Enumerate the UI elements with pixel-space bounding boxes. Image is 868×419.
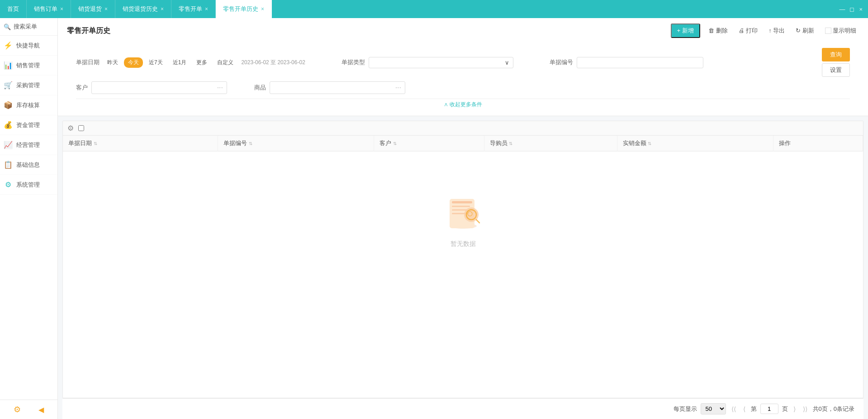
table-column-导购员[interactable]: 导购员 ⇅ [484,136,617,151]
sidebar-item-label: 系统管理 [16,181,40,189]
sidebar-icon: 📊 [4,61,13,70]
page-number-input[interactable] [760,404,778,414]
empty-state: 暂无数据 [63,151,863,284]
close-button[interactable]: × [859,6,863,13]
page-size-select[interactable]: 102050100 [701,403,726,414]
top-nav-tab[interactable]: 销货退货× [71,0,115,18]
svg-line-8 [476,220,479,223]
bill-type-select[interactable]: ∨ [369,57,513,68]
sidebar-item-资金管理[interactable]: 💰资金管理 [0,115,57,135]
svg-rect-3 [452,206,470,207]
date-option-btn[interactable]: 昨天 [103,57,122,68]
customer-select[interactable]: ··· [91,81,227,94]
svg-rect-4 [452,209,468,211]
tab-close-icon[interactable]: × [60,6,63,12]
tab-close-icon[interactable]: × [161,6,164,12]
date-option-btn[interactable]: 近1月 [169,57,191,68]
table-column-单据编号[interactable]: 单据编号 ⇅ [218,136,374,151]
sidebar-collapse-button[interactable]: ◀ [38,405,44,414]
top-nav-tab[interactable]: 零售开单× [171,0,216,18]
export-button[interactable]: ↑ 导出 [766,25,787,37]
tab-close-icon[interactable]: × [261,6,264,12]
display-col-button[interactable]: 显示明细 [822,25,859,37]
sidebar-icon: 🛒 [4,81,13,89]
bill-type-arrow: ∨ [505,59,509,66]
date-option-btn[interactable]: 自定义 [213,57,237,68]
content-area: 零售开单历史 + 新增 🗑 删除 🖨 打印 ↑ 导出 ↻ 刷新 显示明细 [58,18,868,419]
table-column-单据日期[interactable]: 单据日期 ⇅ [63,136,218,151]
last-page-button[interactable]: ⟩⟩ [801,405,809,414]
main-layout: 🔍 搜索采单 ⚡快捷导航📊销售管理🛒采购管理📦库存核算💰资金管理📈经营管理📋基础… [0,18,868,419]
query-button[interactable]: 查询 [822,48,850,61]
sidebar-icon: ⚡ [4,41,13,50]
total-label: 共0页，0条记录 [813,405,854,413]
sort-icon: ⇅ [509,141,512,146]
date-range-display: 2023-06-02 至 2023-06-02 [241,59,305,66]
sort-icon: ⇅ [393,141,397,146]
collapse-label: ∧ 收起更多条件 [444,101,482,108]
sidebar-item-快捷导航[interactable]: ⚡快捷导航 [0,36,57,56]
sidebar-item-label: 销售管理 [16,61,40,70]
data-table: 单据日期 ⇅单据编号 ⇅客户 ⇅导购员 ⇅实销金额 ⇅操作 [63,136,863,151]
delete-button[interactable]: 🗑 删除 [706,25,730,37]
tab-close-icon[interactable]: × [104,6,108,12]
refresh-button[interactable]: ↻ 刷新 [793,25,817,37]
top-nav-tab[interactable]: 销货退货历史× [115,0,171,18]
new-button[interactable]: + 新增 [671,24,701,38]
sidebar-item-库存核算[interactable]: 📦库存核算 [0,95,57,115]
top-nav-tab[interactable]: 销售订单× [27,0,71,18]
top-nav-tabs: 首页销售订单×销货退货×销货退货历史×零售开单×零售开单历史× [0,0,839,18]
date-filter: 单据日期 昨天今天近7天近1月更多自定义 2023-06-02 至 2023-0… [76,57,305,68]
table-container: ⚙ 单据日期 ⇅单据编号 ⇅客户 ⇅导购员 ⇅实销金额 ⇅操作 [62,121,863,398]
sort-icon: ⇅ [648,141,651,146]
date-option-btn[interactable]: 今天 [124,57,143,68]
display-col-label: 显示明细 [833,27,856,35]
date-label: 单据日期 [76,58,100,66]
goods-filter: 商品 ··· [254,81,405,94]
sidebar-item-经营管理[interactable]: 📈经营管理 [0,135,57,155]
sidebar-icon: 📋 [4,160,13,169]
search-icon: 🔍 [4,24,11,30]
table-column-客户[interactable]: 客户 ⇅ [374,136,484,151]
next-page-button[interactable]: ⟩ [792,405,797,414]
select-all-checkbox[interactable] [78,125,84,131]
display-col-checkbox[interactable] [825,28,831,34]
print-button[interactable]: 🖨 打印 [736,25,761,37]
sidebar-item-采购管理[interactable]: 🛒采购管理 [0,75,57,95]
sidebar-settings-button[interactable]: ⚙ [14,405,21,414]
goods-select[interactable]: ··· [270,81,405,94]
bill-no-label: 单据编号 [550,58,573,66]
bill-type-label: 单据类型 [342,58,365,66]
filter-row-1: 单据日期 昨天今天近7天近1月更多自定义 2023-06-02 至 2023-0… [76,48,850,77]
prev-page-button[interactable]: ⟨ [741,405,747,414]
sidebar-item-系统管理[interactable]: ⚙系统管理 [0,175,57,195]
page-word: 页 [782,405,788,413]
customer-dots: ··· [217,84,223,92]
table-settings-icon[interactable]: ⚙ [67,124,74,132]
top-nav-bar: 首页销售订单×销货退货×销货退货历史×零售开单×零售开单历史× — ◻ × [0,0,868,18]
top-nav-tab[interactable]: 首页 [0,0,27,18]
tab-close-icon[interactable]: × [205,6,208,12]
empty-illustration [441,188,486,233]
customer-filter: 客户 ··· [76,81,227,94]
bill-no-input[interactable] [577,57,703,68]
sidebar-item-label: 库存核算 [16,101,40,109]
sidebar-item-销售管理[interactable]: 📊销售管理 [0,56,57,75]
top-nav-tab[interactable]: 零售开单历史× [216,0,272,18]
filter-row-2: 客户 ··· 商品 ··· [76,81,850,94]
minimize-button[interactable]: — [839,6,845,13]
first-page-button[interactable]: ⟨⟨ [730,405,738,414]
sidebar-icon: 📦 [4,101,13,109]
collapse-bar[interactable]: ∧ 收起更多条件 [76,99,850,111]
table-column-操作: 操作 [773,136,863,151]
restore-button[interactable]: ◻ [849,6,854,13]
sidebar-search[interactable]: 🔍 搜索采单 [0,18,57,36]
table-column-实销金额[interactable]: 实销金额 ⇅ [617,136,773,151]
date-option-btn[interactable]: 近7天 [145,57,167,68]
table-toolbar: ⚙ [63,121,863,136]
page-word-before: 第 [751,405,757,413]
page-title-row: 零售开单历史 + 新增 🗑 删除 🖨 打印 ↑ 导出 ↻ 刷新 显示明细 [67,24,859,38]
date-option-btn[interactable]: 更多 [192,57,211,68]
sidebar-item-基础信息[interactable]: 📋基础信息 [0,155,57,175]
settings-button[interactable]: 设置 [822,63,850,77]
